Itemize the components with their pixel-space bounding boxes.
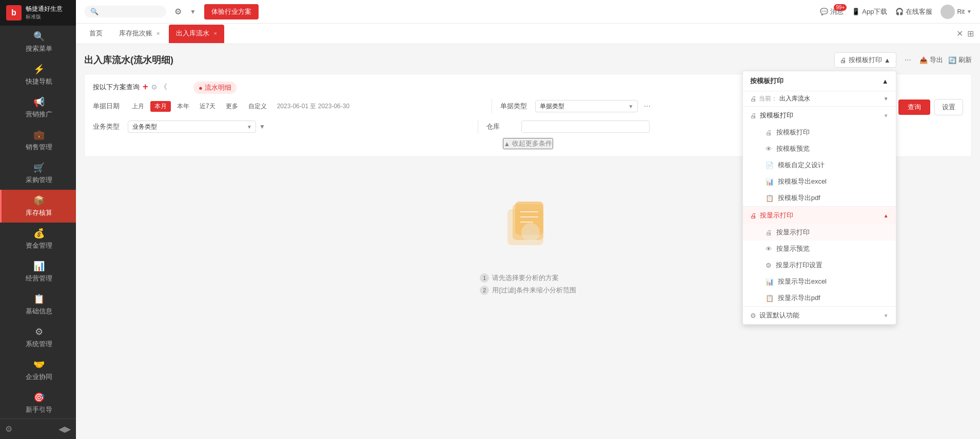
sidebar-item-sales[interactable]: 💼 销售管理 — [0, 124, 76, 157]
topbar-gear-icon[interactable]: ⚙ — [172, 5, 184, 18]
online-service-label: 在线客服 — [906, 7, 932, 16]
empty-tip-1: 1 请先选择要分析的方案 — [480, 273, 576, 283]
doctype-dots[interactable]: ··· — [641, 101, 654, 112]
page-content: 出入库流水(流水明细) 🖨 按模板打印 ▲ 按模板打印 ▲ — [76, 44, 980, 439]
sidebar-item-basic-info[interactable]: 📋 基础信息 — [0, 288, 76, 321]
main-area: 🔍 ⚙ ▼ 体验行业方案 💬 消息 99+ 📱 App下载 🎧 在线客服 Rit — [76, 0, 980, 439]
biz-type-select[interactable]: 业务类型 — [128, 121, 256, 133]
biz-type-label: 业务类型 — [93, 119, 124, 134]
export-icon: 📤 — [919, 56, 928, 64]
collapse-button[interactable]: ▲ 收起更多条件 — [503, 138, 554, 149]
app-download-button[interactable]: 📱 App下载 — [852, 7, 887, 16]
print-section-display-header[interactable]: 🖨 按显示打印 ▲ — [743, 207, 896, 224]
sidebar-item-search[interactable]: 🔍 搜索菜单 — [0, 26, 76, 58]
search-input[interactable] — [102, 8, 153, 15]
tab-flow-detail-close[interactable]: × — [213, 30, 217, 36]
close-all-tabs-icon[interactable]: ✕ — [956, 29, 963, 38]
filter-collapse-icon[interactable]: 《 — [160, 83, 167, 92]
date-btn-this-month[interactable]: 本月 — [150, 101, 171, 112]
sidebar-item-management[interactable]: 📊 经营管理 — [0, 255, 76, 288]
sidebar-item-finance[interactable]: 💰 资金管理 — [0, 223, 76, 255]
current-template-row: 🖨 当前： 出入库流水 ▼ — [743, 91, 896, 107]
date-btn-custom[interactable]: 自定义 — [244, 101, 271, 112]
print-dropdown-up-icon[interactable]: ▲ — [882, 77, 889, 85]
collapse-sidebar-icon[interactable]: ◀▶ — [58, 424, 71, 434]
filter-chip[interactable]: ● 流水明细 — [193, 82, 237, 94]
date-btn-prev-month[interactable]: 上月 — [128, 101, 148, 112]
industry-solution-button[interactable]: 体验行业方案 — [204, 4, 259, 19]
sidebar-item-marketing[interactable]: 📢 营销推广 — [0, 91, 76, 124]
system-icon: ⚙ — [35, 326, 43, 337]
print-item-template-preview[interactable]: 👁 按模板预览 — [743, 141, 896, 157]
date-btn-this-year[interactable]: 本年 — [173, 101, 193, 112]
print-up-icon: ▲ — [884, 56, 891, 64]
filter-add-icon[interactable]: + — [143, 82, 148, 92]
print-item-display-settings[interactable]: ⚙ 按显示打印设置 — [743, 257, 896, 273]
actions-dots[interactable]: ··· — [901, 54, 914, 66]
print-section-display: 🖨 按显示打印 ▲ 🖨 按显示打印 👁 按显 — [743, 207, 896, 307]
current-template-icon: 🖨 — [750, 95, 757, 103]
display-print-icon: 🖨 — [766, 229, 772, 236]
print-section-template-header[interactable]: 🖨 按模板打印 ▼ — [743, 107, 896, 124]
sidebar-item-quick-nav[interactable]: ⚡ 快捷导航 — [0, 58, 76, 91]
print-item-display-preview[interactable]: 👁 按显示预览 — [743, 241, 896, 257]
user-info[interactable]: Rit ▼ — [940, 5, 972, 19]
tab-home[interactable]: 首页 — [82, 25, 110, 43]
search-nav-icon: 🔍 — [33, 31, 45, 42]
sidebar-item-inventory[interactable]: 📦 库存核算 — [0, 190, 76, 223]
display-export-excel-icon: 📊 — [766, 278, 774, 286]
biz-type-select-wrap: 业务类型 — [128, 121, 256, 133]
set-default-icon: ⚙ — [750, 312, 756, 320]
settings-icon[interactable]: ⚙ — [5, 424, 12, 434]
biz-dropdown-icon[interactable]: ▼ — [259, 123, 265, 130]
filter-settings-icon[interactable]: ⊙ — [151, 83, 157, 91]
logo-icon: b — [6, 5, 22, 21]
doctype-select[interactable]: 单据类型 — [535, 100, 638, 112]
tab-flow-detail[interactable]: 出入库流水 × — [169, 25, 224, 43]
topbar-search-box[interactable]: 🔍 — [84, 6, 166, 17]
print-item-display-export-excel[interactable]: 📊 按显示导出excel — [743, 273, 896, 290]
collapse-up-icon: ▲ — [504, 140, 511, 148]
purchase-icon: 🛒 — [33, 162, 45, 173]
refresh-icon: 🔄 — [948, 56, 956, 64]
page-actions: 🖨 按模板打印 ▲ 按模板打印 ▲ 🖨 当前： — [834, 52, 972, 68]
app-download-label: App下载 — [862, 7, 887, 16]
display-settings-icon: ⚙ — [766, 262, 772, 269]
settings-button[interactable]: 设置 — [934, 99, 963, 115]
sidebar-item-collab[interactable]: 🤝 企业协同 — [0, 354, 76, 387]
tab-batch-account-close[interactable]: × — [156, 30, 160, 36]
export-button[interactable]: 📤 导出 — [919, 55, 943, 65]
print-item-template-print[interactable]: 🖨 按模板打印 — [743, 124, 896, 141]
sidebar-nav: 🔍 搜索菜单 ⚡ 快捷导航 📢 营销推广 💼 销售管理 🛒 采购管理 📦 库存核… — [0, 26, 76, 418]
message-button[interactable]: 💬 消息 99+ — [820, 7, 844, 16]
print-item-template-export-excel[interactable]: 📊 按模板导出excel — [743, 173, 896, 190]
sidebar-item-purchase[interactable]: 🛒 采购管理 — [0, 157, 76, 190]
empty-tips: 1 请先选择要分析的方案 2 用[过滤]条件来缩小分析范围 — [480, 273, 576, 295]
print-item-display-print[interactable]: 🖨 按显示打印 — [743, 224, 896, 241]
sidebar-item-guide[interactable]: 🎯 新手引导 — [0, 387, 76, 418]
query-button[interactable]: 查询 — [898, 99, 930, 115]
print-icon: 🖨 — [840, 56, 847, 64]
print-item-display-export-pdf[interactable]: 📋 按显示导出pdf — [743, 290, 896, 306]
date-btn-7days[interactable]: 近7天 — [195, 101, 220, 112]
set-default-chevron: ▼ — [884, 313, 889, 318]
online-service-icon: 🎧 — [895, 8, 904, 15]
print-item-template-design[interactable]: 📄 模板自定义设计 — [743, 157, 896, 173]
set-default-button[interactable]: ⚙ 设置默认功能 ▼ — [743, 307, 896, 324]
filter-date-section: 单据日期 上月 本月 本年 近7天 更多 自定义 2023-06-01 至 20… — [93, 99, 483, 113]
current-template-dropdown[interactable]: ▼ — [884, 96, 889, 102]
refresh-button[interactable]: 🔄 刷新 — [948, 55, 972, 65]
tab-batch-account[interactable]: 库存批次账 × — [112, 25, 167, 43]
sidebar-bottom: ⚙ ◀▶ — [0, 418, 76, 439]
current-template-value[interactable]: 出入库流水 — [779, 94, 810, 103]
print-template-button[interactable]: 🖨 按模板打印 ▲ — [834, 52, 896, 68]
refresh-label: 刷新 — [958, 55, 972, 65]
warehouse-select[interactable] — [521, 121, 650, 133]
topbar-dropdown-icon[interactable]: ▼ — [190, 8, 196, 15]
print-item-template-export-pdf[interactable]: 📋 按模板导出pdf — [743, 190, 896, 206]
expand-tabs-icon[interactable]: ⊞ — [967, 29, 974, 38]
date-btn-more[interactable]: 更多 — [222, 101, 242, 112]
sidebar-item-system[interactable]: ⚙ 系统管理 — [0, 321, 76, 354]
sidebar-item-label: 经营管理 — [26, 274, 52, 283]
online-service-button[interactable]: 🎧 在线客服 — [895, 7, 932, 16]
